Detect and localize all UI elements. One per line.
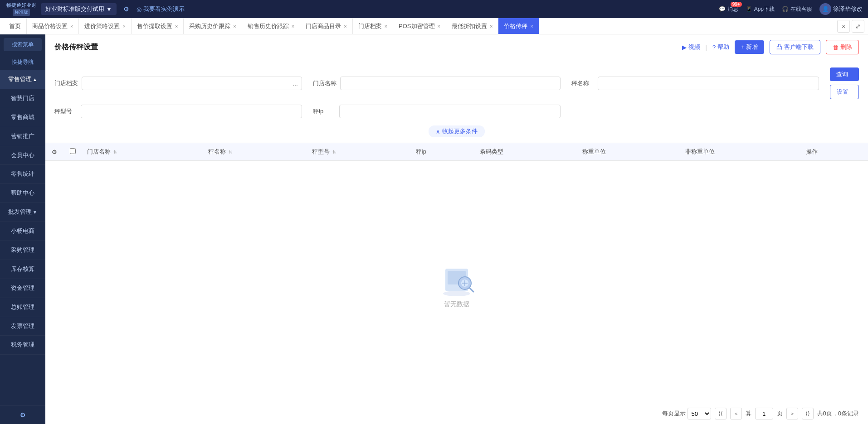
tab-purchase-strategy-label: 进价策略设置 bbox=[84, 22, 120, 30]
close-icon[interactable]: × bbox=[175, 24, 178, 29]
sort-icon: ⇅ bbox=[332, 149, 336, 154]
tab-purchase-history[interactable]: 采购历史价跟踪 × bbox=[184, 18, 242, 34]
search-menu-button[interactable]: 搜索菜单 bbox=[4, 38, 42, 51]
page-number-input[interactable] bbox=[755, 408, 773, 419]
column-checkbox bbox=[63, 143, 82, 161]
close-icon[interactable]: × bbox=[233, 24, 236, 29]
sidebar-item-tax[interactable]: 税务管理 bbox=[0, 336, 45, 355]
scale-model-input[interactable] bbox=[81, 105, 302, 118]
tab-purchase-strategy[interactable]: 进价策略设置 × bbox=[79, 18, 131, 34]
tab-bar: 首页 商品价格设置 × 进价策略设置 × 售价提取设置 × 采购历史价跟踪 × … bbox=[0, 18, 868, 34]
demo-link[interactable]: ◎ 我要看实例演示 bbox=[137, 5, 185, 13]
version-dropdown[interactable]: 好业财标准版交付试用 ▼ bbox=[41, 3, 117, 15]
close-icon[interactable]: × bbox=[292, 24, 294, 29]
close-icon[interactable]: × bbox=[530, 24, 533, 29]
sidebar-item-finance[interactable]: 资金管理 bbox=[0, 279, 45, 298]
column-scale-name: 秤名称 ⇅ bbox=[203, 143, 307, 161]
sidebar-item-ecommerce[interactable]: 小畅电商 bbox=[0, 222, 45, 241]
tab-pos[interactable]: POS加密管理 × bbox=[393, 18, 446, 34]
query-button[interactable]: 查询 bbox=[830, 67, 859, 81]
column-weight-unit: 称重单位 bbox=[577, 143, 680, 161]
tab-close-button[interactable]: × bbox=[837, 20, 850, 33]
tab-home-label: 首页 bbox=[9, 22, 21, 30]
settings-filter-button[interactable]: 设置 bbox=[830, 85, 859, 99]
store-archive-input[interactable] bbox=[86, 77, 293, 90]
scale-name-input[interactable] bbox=[598, 77, 819, 90]
sidebar-item-inventory[interactable]: 库存核算 bbox=[0, 260, 45, 279]
tab-home[interactable]: 首页 bbox=[4, 18, 27, 34]
sidebar-item-retail-mall[interactable]: 零售商城 bbox=[0, 108, 45, 127]
video-icon: ▶ bbox=[682, 44, 687, 51]
online-service-button[interactable]: 🎧 在线客服 bbox=[782, 5, 812, 13]
scale-ip-label: 秤ip bbox=[313, 107, 336, 116]
close-icon[interactable]: × bbox=[122, 24, 125, 29]
column-settings-icon[interactable]: ⚙ bbox=[52, 149, 57, 155]
tab-sale-history[interactable]: 销售历史价跟踪 × bbox=[242, 18, 300, 34]
tab-sale-extract[interactable]: 售价提取设置 × bbox=[132, 18, 184, 34]
tab-price-transmit-label: 价格传秤 bbox=[504, 22, 527, 30]
message-button[interactable]: 💬 消息 99+ bbox=[719, 5, 738, 13]
sidebar-quick-nav[interactable]: 快捷导航 bbox=[0, 55, 45, 70]
sidebar-item-smart-store[interactable]: 智慧门店 bbox=[0, 89, 45, 108]
sidebar-item-purchase-label: 采购管理 bbox=[11, 246, 34, 253]
close-icon[interactable]: × bbox=[70, 24, 73, 29]
video-link[interactable]: ▶ 视频 bbox=[682, 43, 700, 51]
sidebar-item-retail-label: 零售管理 bbox=[8, 76, 32, 83]
user-info[interactable]: 👤 徐泽华修改 bbox=[819, 3, 863, 15]
sidebar-item-invoice[interactable]: 发票管理 bbox=[0, 317, 45, 336]
page-prefix-label: 算 bbox=[746, 410, 751, 418]
filter-action-buttons: 查询 设置 bbox=[830, 67, 859, 99]
select-all-checkbox[interactable] bbox=[70, 148, 76, 154]
sidebar-item-ledger[interactable]: 总账管理 bbox=[0, 298, 45, 317]
store-name-label: 门店名称 bbox=[313, 79, 336, 87]
app-download-button[interactable]: 📱 App下载 bbox=[746, 5, 775, 13]
store-name-input[interactable] bbox=[340, 77, 561, 90]
tab-price-settings[interactable]: 商品价格设置 × bbox=[27, 18, 79, 34]
svg-line-4 bbox=[469, 288, 473, 292]
scale-model-filter: 秤型号 bbox=[54, 105, 302, 118]
help-link[interactable]: ? 帮助 bbox=[712, 43, 729, 51]
close-icon[interactable]: × bbox=[344, 24, 346, 29]
delete-icon: 🗑 bbox=[833, 44, 839, 51]
sidebar-item-help[interactable]: 帮助中心 bbox=[0, 184, 45, 203]
prev-page-button[interactable]: ＜ bbox=[730, 408, 742, 419]
sidebar-item-retail-stats[interactable]: 零售统计 bbox=[0, 165, 45, 184]
close-icon[interactable]: × bbox=[385, 24, 387, 29]
scale-ip-input[interactable] bbox=[339, 105, 561, 118]
tab-price-transmit[interactable]: 价格传秤 × bbox=[498, 18, 539, 34]
per-page-select[interactable]: 20 50 100 bbox=[688, 408, 711, 419]
tab-store-archive[interactable]: 门店档案 × bbox=[353, 18, 393, 34]
dots-button[interactable]: ... bbox=[293, 80, 298, 87]
tab-store-catalog[interactable]: 门店商品目录 × bbox=[300, 18, 352, 34]
collapse-button[interactable]: ∧ 收起更多条件 bbox=[429, 125, 485, 137]
sidebar-settings-button[interactable]: ⚙ bbox=[0, 405, 45, 424]
first-page-button[interactable]: ⟨⟨ bbox=[715, 408, 727, 419]
collapse-label: 收起更多条件 bbox=[442, 127, 478, 135]
tab-min-discount[interactable]: 最低折扣设置 × bbox=[446, 18, 498, 34]
sidebar-item-member[interactable]: 会员中心 bbox=[0, 146, 45, 165]
col-scale-ip-label: 秤ip bbox=[416, 148, 426, 155]
close-icon[interactable]: × bbox=[438, 24, 440, 29]
sidebar-item-wholesale[interactable]: 批发管理 ▼ bbox=[0, 203, 45, 222]
download-client-button[interactable]: 凸 客户端下载 bbox=[770, 40, 820, 54]
tab-price-settings-label: 商品价格设置 bbox=[32, 22, 68, 30]
col-weight-unit-label: 称重单位 bbox=[582, 148, 606, 155]
data-table: ⚙ 门店名称 ⇅ 秤名称 ⇅ bbox=[45, 143, 868, 161]
column-scale-ip: 秤ip bbox=[410, 143, 474, 161]
tab-pos-label: POS加密管理 bbox=[399, 22, 434, 30]
col-non-weight-unit-label: 非称重单位 bbox=[685, 148, 715, 155]
sidebar-item-retail[interactable]: 零售管理 ▲ bbox=[0, 70, 45, 89]
delete-label: 删除 bbox=[840, 43, 852, 51]
sidebar-item-marketing[interactable]: 营销推广 bbox=[0, 127, 45, 146]
sidebar-item-purchase[interactable]: 采购管理 bbox=[0, 241, 45, 260]
next-page-button[interactable]: ＞ bbox=[786, 408, 798, 419]
tab-expand-button[interactable]: ⤢ bbox=[852, 20, 864, 33]
content-area: 价格传秤设置 ▶ 视频 | ? 帮助 + 新增 凸 客户端下载 🗑 删除 bbox=[45, 34, 868, 424]
last-page-button[interactable]: ⟩⟩ bbox=[802, 408, 814, 419]
add-button[interactable]: + 新增 bbox=[735, 40, 764, 54]
close-icon[interactable]: × bbox=[490, 24, 493, 29]
delete-button[interactable]: 🗑 删除 bbox=[826, 40, 859, 54]
header-settings-button[interactable]: ⚙ bbox=[120, 3, 133, 15]
filter-row-2: 秤型号 秤ip bbox=[54, 105, 859, 118]
header-left: 畅捷通好业财 标准版 好业财标准版交付试用 ▼ ⚙ ◎ 我要看实例演示 bbox=[5, 2, 185, 16]
